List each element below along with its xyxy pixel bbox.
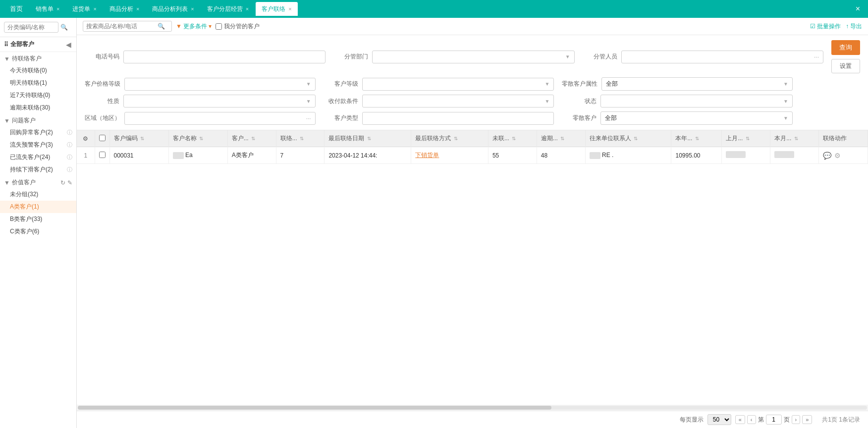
refresh-icon[interactable]: ↻ — [60, 179, 65, 186]
value-customers-group[interactable]: ▼ 价值客户 ↻ ✎ — [0, 176, 76, 188]
cell-this-year: 10995.00 — [671, 147, 722, 164]
filter-search-icon[interactable]: 🔍 — [158, 23, 165, 30]
chat-icon[interactable]: 💬 — [823, 152, 831, 160]
close-all-button[interactable]: × — [852, 4, 864, 13]
sidebar-search-input[interactable] — [4, 22, 58, 33]
export-button[interactable]: ↑ 导出 — [846, 22, 862, 31]
nav-tab-customer-tier-close[interactable]: × — [246, 6, 249, 12]
filter-status-label: 状态 — [562, 97, 597, 106]
nav-tab-sales[interactable]: 销售单 × — [30, 2, 65, 16]
sidebar-item-class-b[interactable]: B类客户(33) — [0, 213, 76, 225]
filter-status-select[interactable]: ▼ — [600, 95, 793, 107]
sidebar-item-unclassified[interactable]: 未分组(32) — [0, 188, 76, 201]
sidebar-item-today[interactable]: 今天待联络(0) — [0, 64, 76, 77]
th-last-date-label: 最后联络日期 — [328, 135, 364, 142]
cell-checkbox[interactable] — [95, 147, 109, 164]
sidebar-item-losing[interactable]: 流失预警客户(3) ⓘ — [0, 139, 76, 151]
next-page-button[interactable]: › — [792, 415, 801, 424]
edit-icon[interactable]: ✎ — [67, 179, 72, 186]
filter-search-input[interactable] — [86, 23, 156, 30]
settings-button[interactable]: 设置 — [831, 59, 860, 73]
select-all-checkbox[interactable] — [99, 135, 106, 141]
nav-tab-customer-contact[interactable]: 客户联络 × — [256, 2, 297, 16]
sidebar-item-overdue[interactable]: 逾期未联络(30) — [0, 102, 76, 114]
th-checkbox[interactable] — [95, 130, 109, 147]
filter-nature-select[interactable]: ▼ — [123, 95, 316, 107]
nav-tab-purchase-close[interactable]: × — [93, 6, 96, 12]
advanced-filter: 电话号码 分管部门 ▼ 分管人员 ··· — [77, 35, 868, 130]
first-page-button[interactable]: « — [735, 415, 745, 424]
filter-more-button[interactable]: ▼ 更多条件 ▾ — [176, 22, 212, 31]
sidebar-item-class-a[interactable]: A类客户(1) — [0, 201, 76, 213]
th-contact[interactable]: 联络... ⇅ — [276, 130, 325, 147]
sidebar-collapse-button[interactable]: ◀ — [65, 41, 72, 49]
my-customers-checkbox-area[interactable]: 我分管的客户 — [216, 22, 260, 31]
filter-phone-input[interactable] — [123, 51, 326, 63]
sidebar-item-tomorrow[interactable]: 明天待联络(1) — [0, 77, 76, 89]
nav-tab-analysis-close[interactable]: × — [136, 6, 139, 12]
total-info: 共1页 1条记录 — [822, 416, 860, 424]
th-gear[interactable]: ⚙ — [77, 130, 95, 147]
filter-person-input[interactable]: ··· — [621, 51, 823, 63]
nav-tab-sales-close[interactable]: × — [56, 6, 59, 12]
nav-tab-purchase[interactable]: 进货单 × — [66, 2, 102, 16]
sidebar-search-icon[interactable]: 🔍 — [60, 24, 68, 31]
nav-home[interactable]: 首页 — [4, 2, 29, 15]
th-this-month[interactable]: 本月... ⇅ — [770, 130, 819, 147]
batch-op-label: 批量操作 — [817, 22, 841, 31]
nav-tab-analysis[interactable]: 商品分析 × — [104, 2, 145, 16]
query-button[interactable]: 查询 — [831, 40, 860, 55]
filter-region-input[interactable]: ··· — [124, 112, 316, 125]
batch-operation-button[interactable]: ☑ 批量操作 — [810, 22, 841, 31]
cell-action: 💬 ⚙ — [819, 147, 868, 164]
nav-tab-customer-contact-close[interactable]: × — [288, 6, 291, 12]
th-name[interactable]: 客户名称 ⇅ — [168, 130, 227, 147]
filter-retail-select[interactable]: 全部 ▼ — [600, 111, 793, 125]
prev-page-button[interactable]: ‹ — [747, 415, 756, 424]
horizontal-scrollbar[interactable] — [77, 405, 868, 411]
filter-bar: 🔍 ▼ 更多条件 ▾ 我分管的客户 ☑ 批量操作 ↑ 导出 — [77, 18, 868, 35]
nav-tab-customer-tier-label: 客户分层经营 — [207, 5, 243, 13]
customer-table: ⚙ 客户编码 ⇅ 客户名称 ⇅ 客户... — [77, 130, 868, 164]
th-this-year[interactable]: 本年... ⇅ — [671, 130, 722, 147]
filter-retail-attr-label: 零散客户属性 — [562, 80, 597, 88]
th-level[interactable]: 客户... ⇅ — [227, 130, 276, 147]
my-customers-checkbox[interactable] — [216, 23, 222, 30]
filter-customer-level-label: 客户等级 — [324, 80, 358, 88]
sidebar-item-7days[interactable]: 近7天待联络(0) — [0, 89, 76, 102]
sidebar-item-class-a-label: A类客户(1) — [10, 203, 39, 211]
filter-customer-type-select[interactable] — [362, 112, 554, 125]
sidebar-item-declining[interactable]: 持续下滑客户(2) ⓘ — [0, 163, 76, 176]
last-method-link[interactable]: 下销货单 — [415, 152, 439, 159]
cell-last-method[interactable]: 下销货单 — [411, 147, 488, 164]
scrollbar-thumb[interactable] — [78, 406, 551, 410]
th-contact2[interactable]: 往来单位联系人 ⇅ — [585, 130, 671, 147]
filter-price-level-select[interactable]: ▼ — [124, 78, 316, 91]
pending-customers-group[interactable]: ▼ 待联络客户 — [0, 52, 76, 64]
th-code[interactable]: 客户编码 ⇅ — [109, 130, 168, 147]
filter-payment-select[interactable]: ▼ — [362, 95, 554, 107]
th-overdue[interactable]: 逾期... ⇅ — [537, 130, 585, 147]
nav-tab-analysis-list[interactable]: 商品分析列表 × — [146, 2, 200, 16]
more-action-icon[interactable]: ⚙ — [834, 152, 841, 160]
page-size-select[interactable]: 50 — [707, 414, 731, 425]
row-checkbox[interactable] — [99, 152, 106, 158]
filter-retail-attr-select[interactable]: 全部 ▼ — [601, 77, 793, 91]
last-page-button[interactable]: » — [802, 415, 812, 424]
sidebar-item-abnormal[interactable]: 回购异常客户(2) ⓘ — [0, 126, 76, 139]
page-number-input[interactable] — [766, 415, 782, 425]
sidebar-item-lost[interactable]: 已流失客户(24) ⓘ — [0, 151, 76, 163]
nav-tab-analysis-list-close[interactable]: × — [191, 6, 194, 12]
problem-customers-group[interactable]: ▼ 问题客户 — [0, 114, 76, 126]
th-last-method[interactable]: 最后联络方式 ⇅ — [411, 130, 488, 147]
filter-customer-level-select[interactable]: ▼ — [362, 78, 554, 91]
th-name-label: 客户名称 — [173, 135, 197, 142]
th-uncontact[interactable]: 未联... ⇅ — [488, 130, 537, 147]
scrollbar-track[interactable] — [78, 406, 867, 410]
nav-tab-customer-tier[interactable]: 客户分层经营 × — [201, 2, 255, 16]
sidebar-item-class-c[interactable]: C类客户(6) — [0, 225, 76, 238]
th-last-month[interactable]: 上月... ⇅ — [722, 130, 770, 147]
th-last-date[interactable]: 最后联络日期 ⇅ — [325, 130, 411, 147]
filter-dept-select[interactable]: ▼ — [372, 51, 574, 63]
filter-dropdown-icon: ▾ — [209, 23, 212, 30]
